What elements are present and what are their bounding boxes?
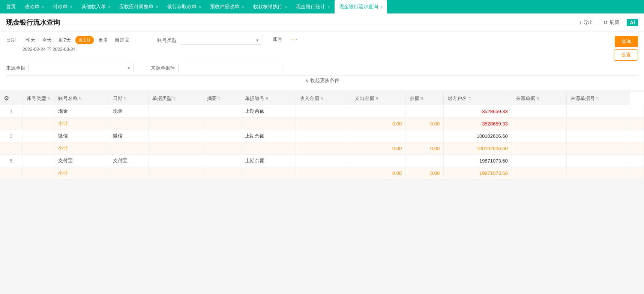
col-header-counterpart[interactable]: 对方户名⇅ xyxy=(444,92,512,105)
page-header: 现金银行流水查询 ↑ 导出 ↺ 刷新 Ai xyxy=(0,13,644,31)
cell-doc_no xyxy=(296,118,351,130)
date-opt-近7天[interactable]: 近7天 xyxy=(56,36,73,44)
row-number xyxy=(0,118,23,130)
cell-balance: -3528659.33 xyxy=(444,105,512,118)
gear-icon[interactable]: ⚙ xyxy=(4,95,9,101)
cell-account_name xyxy=(109,142,149,155)
nav-tab-收款单[interactable]: 收款单× xyxy=(20,0,48,13)
col-header-income[interactable]: 收入金额⇅ xyxy=(296,92,351,105)
cell-expense xyxy=(406,105,444,118)
nav-home[interactable]: 首页 xyxy=(2,0,20,13)
refresh-icon: ↺ xyxy=(603,19,608,25)
nav-tab-收款核销执行[interactable]: 收款核销执行× xyxy=(249,0,291,13)
cell-income: 0.00 xyxy=(351,118,405,130)
cell-account_type: 小计 xyxy=(54,167,109,179)
export-button[interactable]: ↑ 导出 xyxy=(576,18,596,27)
query-button[interactable]: 查询 xyxy=(615,36,638,47)
ai-badge[interactable]: Ai xyxy=(627,19,638,26)
col-header-summary[interactable]: 摘要⇅ xyxy=(203,92,241,105)
tab-close-icon[interactable]: × xyxy=(156,0,158,13)
cell-income xyxy=(351,155,405,167)
tab-close-icon[interactable]: × xyxy=(242,0,244,13)
cell-source_doc xyxy=(567,142,630,155)
cell-source_doc xyxy=(567,105,630,118)
source-doc-no-input[interactable] xyxy=(178,64,283,72)
date-opt-今天[interactable]: 今天 xyxy=(40,36,54,44)
cell-balance: 19871073.60 xyxy=(444,155,512,167)
table-row: 3微信微信上期余额100102606.60 xyxy=(0,130,644,142)
cell-gear xyxy=(23,142,54,155)
cell-expense xyxy=(406,155,444,167)
tab-close-icon[interactable]: × xyxy=(327,0,330,13)
tab-close-icon[interactable]: × xyxy=(285,0,287,13)
col-header-doc_no[interactable]: 单据编号⇅ xyxy=(241,92,296,105)
table-row: 1现金现金上期余额-3528659.33 xyxy=(0,105,644,118)
sort-icon: ⇅ xyxy=(266,96,269,100)
top-nav: 首页 收款单×付款单×其他收入单×应收应付调整单×银行存取款单×预收冲应收单×收… xyxy=(0,0,644,13)
cell-doc_type xyxy=(203,142,241,155)
nav-tab-其他收入单[interactable]: 其他收入单× xyxy=(77,0,115,13)
cell-counterpart xyxy=(512,142,566,155)
tab-close-icon[interactable]: × xyxy=(199,0,201,13)
col-header-balance[interactable]: 余额⇅ xyxy=(406,92,444,105)
cell-summary xyxy=(241,142,296,155)
account-type-select[interactable]: ▾ xyxy=(180,36,262,45)
tab-close-icon[interactable]: × xyxy=(42,0,44,13)
source-doc-select[interactable]: ▾ xyxy=(29,64,134,72)
col-header-expense[interactable]: 支出金额⇅ xyxy=(351,92,405,105)
cell-source_doc_no xyxy=(630,142,644,155)
cell-date xyxy=(148,142,203,155)
cell-source_doc_no xyxy=(630,167,644,179)
cell-source_doc_no xyxy=(630,118,644,130)
cell-source_doc xyxy=(567,118,630,130)
tab-close-icon[interactable]: × xyxy=(380,0,383,13)
cell-date xyxy=(148,155,203,167)
cell-doc_type xyxy=(203,130,241,142)
tab-close-icon[interactable]: × xyxy=(108,0,110,13)
cell-summary xyxy=(241,118,296,130)
cell-doc_type xyxy=(203,167,241,179)
refresh-button[interactable]: ↺ 刷新 xyxy=(600,18,622,27)
col-header-account_name[interactable]: 账号名称⇅ xyxy=(54,92,109,105)
col-header-date[interactable]: 日期⇅ xyxy=(109,92,149,105)
col-header-doc_type[interactable]: 单据类型⇅ xyxy=(148,92,203,105)
cell-doc_no xyxy=(296,155,351,167)
sort-icon: ⇅ xyxy=(173,96,176,100)
col-header-source_doc_no[interactable]: 来源单据号⇅ xyxy=(567,92,630,105)
cell-date xyxy=(148,118,203,130)
col-header-source_doc[interactable]: 来源单据⇅ xyxy=(512,92,566,105)
date-opt-昨天[interactable]: 昨天 xyxy=(23,36,38,44)
date-opt-近1月[interactable]: 近1月 xyxy=(75,36,94,44)
col-header-gear: ⚙ xyxy=(0,92,23,105)
cell-gear xyxy=(23,118,54,130)
settings-button[interactable]: 设置 xyxy=(614,49,638,61)
nav-tab-银行存取款单[interactable]: 银行存取款单× xyxy=(163,0,206,13)
table-row: 小计0.000.0019871073.60 xyxy=(0,167,644,179)
cell-balance: 19871073.60 xyxy=(444,167,512,179)
col-header-account_type[interactable]: 账号类型⇅ xyxy=(23,92,54,105)
cell-expense: 0.00 xyxy=(406,118,444,130)
sort-icon: ⇅ xyxy=(320,96,323,100)
sort-icon: ⇅ xyxy=(218,96,221,100)
nav-tab-应收应付调整单[interactable]: 应收应付调整单× xyxy=(115,0,162,13)
table-row: 小计0.000.00-3528659.33 xyxy=(0,118,644,130)
nav-tab-现金银行统计[interactable]: 现金银行统计× xyxy=(291,0,334,13)
account-type-arrow: ▾ xyxy=(256,37,259,43)
source-doc-no-label: 来源单据号 xyxy=(151,65,175,72)
cell-account_type: 微信 xyxy=(54,130,109,142)
tab-close-icon[interactable]: × xyxy=(70,0,72,13)
nav-tab-付款单[interactable]: 付款单× xyxy=(48,0,77,13)
row-number: 3 xyxy=(0,130,23,142)
nav-tab-预收冲应收单[interactable]: 预收冲应收单× xyxy=(206,0,248,13)
date-opt-更多[interactable]: 更多 xyxy=(96,36,110,44)
cell-gear xyxy=(23,105,54,118)
date-opt-自定义[interactable]: 自定义 xyxy=(113,36,132,44)
collapse-more-button[interactable]: ∧ 收起更多条件 xyxy=(6,75,638,85)
cell-counterpart xyxy=(512,130,566,142)
account-more-icon[interactable]: ··· xyxy=(291,36,298,43)
cell-date xyxy=(148,130,203,142)
cell-source_doc xyxy=(567,167,630,179)
nav-tab-现金银行流水查询[interactable]: 现金银行流水查询× xyxy=(335,0,387,13)
cell-balance: -3528659.33 xyxy=(444,118,512,130)
cell-account_name xyxy=(109,167,149,179)
